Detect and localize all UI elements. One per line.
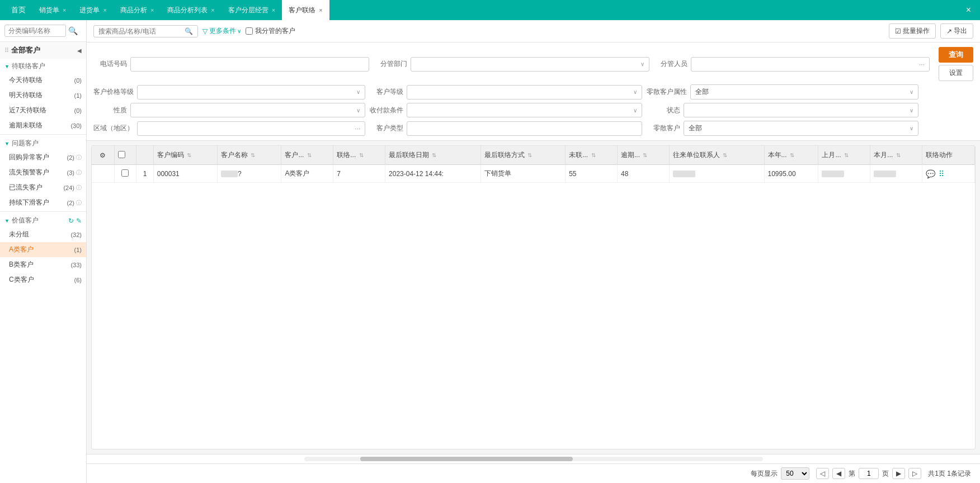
th-customer-type[interactable]: 客户... ⇅ bbox=[281, 146, 333, 165]
th-last-month[interactable]: 上月... ⇅ bbox=[818, 146, 870, 165]
sort-type-icon: ⇅ bbox=[307, 152, 312, 158]
th-overdue[interactable]: 逾期... ⇅ bbox=[617, 146, 669, 165]
th-this-month[interactable]: 本月... ⇅ bbox=[870, 146, 922, 165]
filter-scatter-select[interactable]: 全部 ∨ bbox=[684, 121, 918, 136]
prev-page-button[interactable]: ◀ bbox=[832, 468, 845, 479]
td-customer-code: 000031 bbox=[153, 165, 217, 183]
sidebar-item-7days-pending[interactable]: 近7天待联络 (0) bbox=[0, 103, 86, 118]
toolbar-search-input[interactable] bbox=[98, 27, 182, 35]
last-contact-method-link[interactable]: 下销货单 bbox=[484, 169, 511, 177]
edit-icon[interactable]: ✎ bbox=[76, 217, 82, 225]
th-gear[interactable]: ⚙ bbox=[92, 146, 114, 165]
sidebar-item-c-class[interactable]: C类客户 (6) bbox=[0, 272, 86, 287]
page-size-select[interactable]: 20 50 100 200 bbox=[781, 467, 809, 480]
th-no-contact[interactable]: 未联... ⇅ bbox=[566, 146, 618, 165]
sidebar-item-repurchase-abnormal[interactable]: 回购异常客户 (2) ⓘ bbox=[0, 150, 86, 165]
sidebar-item-overdue-contact[interactable]: 逾期未联络 (30) bbox=[0, 118, 86, 133]
nav-tab-customer-contact[interactable]: 客户联络 × bbox=[282, 0, 329, 20]
td-contact-action: 💬 ⠿ bbox=[922, 165, 975, 183]
th-contact-action: 联络动作 bbox=[922, 146, 975, 165]
filter-customer-grade-select[interactable]: ∨ bbox=[407, 85, 642, 100]
th-customer-name[interactable]: 客户名称 ⇅ bbox=[218, 146, 281, 165]
nav-tab-analysis[interactable]: 商品分析 × bbox=[114, 0, 161, 20]
sidebar-item-b-class[interactable]: B类客户 (33) bbox=[0, 257, 86, 272]
footer: 每页显示 20 50 100 200 ◁ ◀ 第 页 ▶ ▷ 共1页 1条记录 bbox=[87, 463, 980, 483]
action-icons: 💬 ⠿ bbox=[926, 169, 971, 178]
filter-manager-select[interactable]: ··· bbox=[691, 57, 930, 72]
sidebar-item-a-class[interactable]: A类客户 (1) bbox=[0, 242, 86, 257]
select-all-checkbox[interactable] bbox=[118, 151, 125, 158]
sort-name-icon: ⇅ bbox=[251, 152, 255, 158]
footer-pagination: ◁ ◀ 第 页 ▶ ▷ bbox=[816, 468, 921, 479]
filter-scatter-attr-select[interactable]: 全部 ∨ bbox=[690, 84, 918, 100]
th-checkbox bbox=[114, 146, 136, 165]
th-this-year[interactable]: 本年... ⇅ bbox=[764, 146, 818, 165]
nav-tab-sales[interactable]: 销货单 × bbox=[32, 0, 73, 20]
th-contact[interactable]: 联络... ⇅ bbox=[333, 146, 385, 165]
close-tab-purchase-icon[interactable]: × bbox=[103, 7, 106, 13]
sidebar-collapse-icon[interactable]: ◀ bbox=[77, 48, 82, 54]
filter-row-2: 客户价格等级 ∨ 客户等级 ∨ 零散客户属性 全部 bbox=[93, 84, 973, 100]
batch-op-button[interactable]: ☑ 批量操作 bbox=[889, 23, 936, 39]
nav-tab-analysis-list[interactable]: 商品分析列表 × bbox=[161, 0, 221, 20]
sidebar-search-input[interactable] bbox=[4, 25, 66, 37]
settings-button[interactable]: 设置 bbox=[939, 65, 973, 81]
filter-region-select[interactable]: ··· bbox=[137, 121, 365, 136]
sidebar-search-icon[interactable]: 🔍 bbox=[68, 26, 78, 35]
sidebar-group-pending[interactable]: ▼ 待联络客户 bbox=[0, 59, 86, 73]
my-customers-checkbox[interactable] bbox=[246, 27, 253, 35]
close-tab-customer-contact-icon[interactable]: × bbox=[319, 7, 322, 13]
sidebar-item-tomorrow-pending[interactable]: 明天待联络 (1) bbox=[0, 88, 86, 103]
nav-home[interactable]: 首页 bbox=[4, 0, 32, 20]
th-unit-contact[interactable]: 往来单位联系人 ⇅ bbox=[669, 146, 764, 165]
sort-year-icon: ⇅ bbox=[790, 152, 794, 158]
row-checkbox[interactable] bbox=[121, 169, 129, 177]
horizontal-scrollbar[interactable] bbox=[87, 454, 980, 463]
last-page-button[interactable]: ▷ bbox=[908, 468, 921, 479]
scrollbar-thumb[interactable] bbox=[360, 457, 573, 461]
my-customers-checkbox-label[interactable]: 我分管的客户 bbox=[246, 26, 295, 36]
filter-price-grade-select[interactable]: ∨ bbox=[137, 85, 365, 100]
sidebar-item-churn-warning[interactable]: 流失预警客户 (3) ⓘ bbox=[0, 165, 86, 180]
close-tab-customer-segment-icon[interactable]: × bbox=[272, 7, 275, 13]
export-button[interactable]: ↗ 导出 bbox=[940, 23, 973, 39]
sidebar-group-value[interactable]: ▼ 价值客户 ↻ ✎ bbox=[0, 213, 86, 227]
chat-icon[interactable]: 💬 bbox=[926, 169, 935, 178]
scrollbar-track[interactable] bbox=[304, 457, 763, 461]
toolbar-search-icon[interactable]: 🔍 bbox=[185, 27, 193, 35]
th-customer-code[interactable]: 客户编码 ⇅ bbox=[153, 146, 217, 165]
td-last-contact-method[interactable]: 下销货单 bbox=[480, 165, 565, 183]
refresh-icon[interactable]: ↻ bbox=[68, 217, 74, 225]
sidebar-group-problem[interactable]: ▼ 问题客户 bbox=[0, 136, 86, 150]
filter-payment-select[interactable]: ∨ bbox=[407, 103, 642, 117]
sidebar-item-today-pending[interactable]: 今天待联络 (0) bbox=[0, 73, 86, 88]
qr-icon[interactable]: ⠿ bbox=[939, 169, 944, 178]
th-last-contact-method[interactable]: 最后联络方式 ⇅ bbox=[480, 146, 565, 165]
filter-status-select[interactable]: ∨ bbox=[684, 103, 918, 117]
sidebar-item-ungrouped[interactable]: 未分组 (32) bbox=[0, 227, 86, 242]
page-number-input[interactable] bbox=[859, 468, 879, 479]
status-arrow-icon: ∨ bbox=[910, 107, 913, 113]
window-close-button[interactable]: × bbox=[962, 5, 976, 15]
filter-dept-select[interactable]: ∨ bbox=[411, 57, 649, 72]
sidebar-item-churned[interactable]: 已流失客户 (24) ⓘ bbox=[0, 180, 86, 195]
toolbar-search-area: 🔍 bbox=[93, 25, 198, 37]
table-row: 1 000031 ? A类客户 7 2023-04-12 14:44: 下销货单… bbox=[92, 165, 975, 183]
close-tab-analysis-icon[interactable]: × bbox=[150, 7, 154, 13]
next-page-button[interactable]: ▶ bbox=[892, 468, 905, 479]
filter-phone-input[interactable] bbox=[130, 57, 369, 72]
td-this-month bbox=[870, 165, 922, 183]
close-tab-sales-icon[interactable]: × bbox=[63, 7, 66, 13]
main-layout: 🔍 ⠿ 全部客户 ◀ ▼ 待联络客户 今天待联络 (0) 明天待联络 (1) bbox=[0, 20, 980, 483]
th-last-contact-date[interactable]: 最后联络日期 ⇅ bbox=[385, 146, 481, 165]
sidebar-all-customers-header[interactable]: ⠿ 全部客户 ◀ bbox=[0, 42, 86, 59]
toolbar-filter-btn[interactable]: ▽ 更多条件 ∨ bbox=[202, 26, 241, 36]
query-button[interactable]: 查询 bbox=[939, 47, 973, 63]
first-page-button[interactable]: ◁ bbox=[816, 468, 829, 479]
filter-nature-select[interactable]: ∨ bbox=[130, 103, 365, 117]
close-tab-analysis-list-icon[interactable]: × bbox=[211, 7, 214, 13]
sidebar-item-declining[interactable]: 持续下滑客户 (2) ⓘ bbox=[0, 195, 86, 210]
nav-tab-customer-segment[interactable]: 客户分层经营 × bbox=[222, 0, 282, 20]
nav-tab-purchase[interactable]: 进货单 × bbox=[73, 0, 113, 20]
filter-customer-type-select[interactable] bbox=[407, 121, 642, 136]
